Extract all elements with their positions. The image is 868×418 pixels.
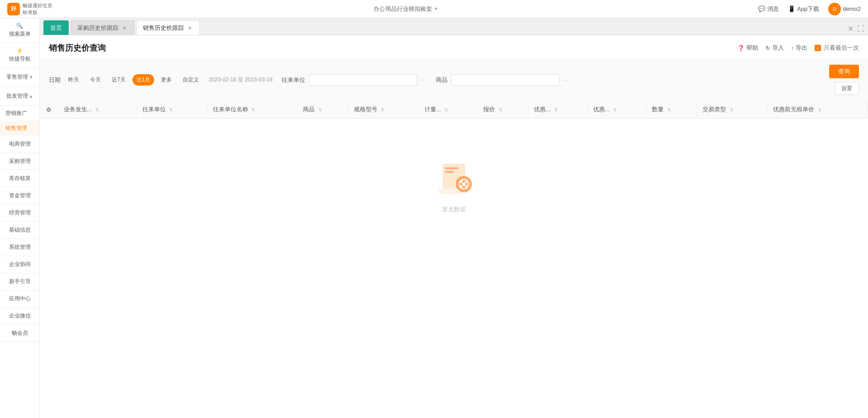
app-title-text: 办公用品行业模拟账套 bbox=[373, 5, 432, 13]
th-unit[interactable]: 计量... ⇅ bbox=[419, 101, 477, 119]
only-last-checkbox[interactable]: ✓ bbox=[815, 45, 821, 51]
sidebar-item-wholesale-mgmt[interactable]: 批发管理 ▲ bbox=[0, 87, 39, 106]
date-pill-yesterday[interactable]: 昨天 bbox=[64, 74, 83, 86]
date-pill-1month[interactable]: 近1月 bbox=[132, 74, 155, 86]
partner-dots[interactable]: ··· bbox=[421, 76, 427, 84]
goods-input[interactable] bbox=[451, 74, 560, 86]
empty-icon bbox=[431, 155, 476, 200]
table-header-row: ⚙ 业务发生... ⇅ 往来单位 ⇅ 往来单位名称 bbox=[40, 101, 868, 119]
import-btn[interactable]: ↻ 导入 bbox=[765, 44, 784, 52]
sort-icon-pretax-price: ⇅ bbox=[818, 107, 821, 112]
tab-sales-history-close[interactable]: ✕ bbox=[187, 25, 193, 31]
date-pill-today[interactable]: 今天 bbox=[86, 74, 105, 86]
page-content: 销售历史价查询 ❓ 帮助 ↻ 导入 ↑ 导出 ✓ bbox=[40, 35, 868, 418]
tab-sales-history-label: 销售历史价跟踪 bbox=[143, 24, 184, 32]
sidebar-item-ecomm-mgmt[interactable]: 电商管理 bbox=[0, 136, 39, 153]
th-goods[interactable]: 商品 ⇅ bbox=[297, 101, 348, 119]
date-pill-custom[interactable]: 自定义 bbox=[179, 74, 203, 86]
top-bar-center: 办公用品行业模拟账套 ▾ bbox=[373, 5, 438, 13]
page-header-actions: ❓ 帮助 ↻ 导入 ↑ 导出 ✓ 只看最后一次 bbox=[737, 44, 859, 52]
tab-close-btn[interactable]: ✕ bbox=[848, 24, 854, 33]
sidebar-item-inventory[interactable]: 库存核算 bbox=[0, 170, 39, 187]
sidebar-item-quick-nav[interactable]: ⚡ 快捷导航 bbox=[0, 43, 39, 68]
date-range-text: 2023-02-18 至 2023-03-18 bbox=[208, 76, 272, 84]
partner-input[interactable] bbox=[309, 74, 417, 86]
goods-filter-group: 商品 ··· bbox=[436, 74, 569, 86]
tab-purchase-history[interactable]: 采购历史价跟踪 ✕ bbox=[71, 20, 134, 35]
sidebar-item-search-menu[interactable]: 🔍 搜索菜单 bbox=[0, 18, 39, 43]
th-quote[interactable]: 报价 ⇅ bbox=[478, 101, 528, 119]
tab-expand-btn[interactable]: ⛶ bbox=[857, 25, 864, 33]
sidebar-item-basic-info[interactable]: 基础信息 bbox=[0, 222, 39, 239]
th-partner-name[interactable]: 往来单位名称 ⇅ bbox=[207, 101, 297, 119]
app-title-dropdown[interactable]: ▾ bbox=[435, 6, 438, 12]
sidebar-item-wechat[interactable]: 企业微信 bbox=[0, 308, 39, 325]
logo-text: 畅捷通好生意 标准版 bbox=[23, 2, 52, 15]
th-gear[interactable]: ⚙ bbox=[40, 101, 58, 119]
sidebar: 🔍 搜索菜单 ⚡ 快捷导航 零售管理 ▼ 批发管理 ▲ 营销推广 销售管理 电商… bbox=[0, 18, 40, 418]
help-icon: ❓ bbox=[737, 45, 745, 52]
goods-label: 商品 bbox=[436, 76, 448, 84]
th-partner-code[interactable]: 往来单位 ⇅ bbox=[137, 101, 207, 119]
table-area: ⚙ 业务发生... ⇅ 往来单位 ⇅ 往来单位名称 bbox=[40, 101, 868, 418]
query-button[interactable]: 查询 bbox=[829, 65, 859, 78]
sidebar-item-ops-mgmt[interactable]: 经营管理 bbox=[0, 204, 39, 222]
partner-label: 往来单位 bbox=[282, 76, 305, 84]
app-download-btn[interactable]: 📱 App下载 bbox=[788, 5, 819, 13]
sidebar-item-enterprise[interactable]: 企业协同 bbox=[0, 256, 39, 273]
top-bar: 好 畅捷通好生意 标准版 办公用品行业模拟账套 ▾ 💬 消息 📱 App下载 D… bbox=[0, 0, 868, 18]
sidebar-item-newbie[interactable]: 新手引导 bbox=[0, 273, 39, 290]
message-btn[interactable]: 💬 消息 bbox=[758, 5, 779, 13]
th-discount2[interactable]: 优惠... ⇅ bbox=[587, 101, 646, 119]
svg-rect-2 bbox=[445, 167, 458, 169]
th-biz-date[interactable]: 业务发生... ⇅ bbox=[58, 101, 137, 119]
sort-icon-trade-type: ⇅ bbox=[730, 107, 733, 112]
export-btn[interactable]: ↑ 导出 bbox=[791, 44, 808, 52]
sort-icon-spec: ⇅ bbox=[381, 107, 384, 112]
sidebar-item-retail-mgmt[interactable]: 零售管理 ▼ bbox=[0, 68, 39, 87]
search-menu-icon: 🔍 bbox=[16, 23, 23, 29]
tab-sales-history[interactable]: 销售历史价跟踪 ✕ bbox=[136, 20, 200, 35]
th-spec[interactable]: 规格型号 ⇅ bbox=[348, 101, 419, 119]
sort-icon-discount1: ⇅ bbox=[554, 107, 558, 112]
message-icon: 💬 bbox=[758, 5, 765, 12]
tab-home[interactable]: 首页 bbox=[43, 20, 69, 35]
date-pill-7days[interactable]: 近7天 bbox=[108, 74, 130, 86]
sort-icon-unit: ⇅ bbox=[444, 107, 448, 112]
tab-purchase-history-label: 采购历史价跟踪 bbox=[77, 24, 118, 32]
date-label: 日期 bbox=[49, 76, 61, 84]
only-last-checkbox-area[interactable]: ✓ 只看最后一次 bbox=[815, 44, 859, 52]
user-avatar: D bbox=[828, 3, 841, 15]
help-btn[interactable]: ❓ 帮助 bbox=[737, 44, 758, 52]
sidebar-item-app-center[interactable]: 应用中心 bbox=[0, 290, 39, 308]
sidebar-item-marketing[interactable]: 营销推广 bbox=[0, 106, 39, 121]
partner-filter-group: 往来单位 ··· bbox=[282, 74, 427, 86]
sort-icon-quote: ⇅ bbox=[499, 107, 502, 112]
goods-dots[interactable]: ··· bbox=[563, 76, 569, 84]
sort-icon-goods: ⇅ bbox=[318, 107, 322, 112]
date-pill-more[interactable]: 更多 bbox=[157, 74, 176, 86]
th-qty[interactable]: 数量 ⇅ bbox=[646, 101, 697, 119]
retail-mgmt-arrow: ▼ bbox=[29, 75, 33, 80]
th-trade-type[interactable]: 交易类型 ⇅ bbox=[697, 101, 768, 119]
sidebar-item-finance-mgmt[interactable]: 资金管理 bbox=[0, 187, 39, 204]
setting-button[interactable]: 设置 bbox=[835, 82, 859, 95]
sidebar-item-sys-mgmt[interactable]: 系统管理 bbox=[0, 239, 39, 256]
sort-icon-partner-code: ⇅ bbox=[169, 107, 173, 112]
sidebar-item-vip[interactable]: 畅会员 bbox=[0, 325, 39, 342]
quick-nav-icon: ⚡ bbox=[16, 48, 23, 54]
svg-rect-3 bbox=[445, 171, 454, 173]
top-bar-right: 💬 消息 📱 App下载 D demo2 bbox=[758, 3, 861, 15]
tab-purchase-history-close[interactable]: ✕ bbox=[121, 25, 127, 31]
sort-icon-partner-name: ⇅ bbox=[251, 107, 255, 112]
import-icon: ↻ bbox=[765, 45, 770, 52]
user-area[interactable]: D demo2 bbox=[828, 3, 861, 15]
filter-right-btns: 查询 设置 bbox=[829, 65, 859, 95]
empty-state: 暂无数据 bbox=[40, 119, 868, 250]
th-discount1[interactable]: 优惠... ⇅ bbox=[528, 101, 587, 119]
th-pretax-price[interactable]: 优惠前无税单价 ⇅ bbox=[768, 101, 868, 119]
logo-area: 好 畅捷通好生意 标准版 bbox=[7, 2, 52, 15]
page-header: 销售历史价查询 ❓ 帮助 ↻ 导入 ↑ 导出 ✓ bbox=[40, 35, 868, 59]
sidebar-item-purchase-mgmt[interactable]: 采购管理 bbox=[0, 153, 39, 170]
sidebar-item-sales-mgmt[interactable]: 销售管理 bbox=[0, 121, 39, 136]
